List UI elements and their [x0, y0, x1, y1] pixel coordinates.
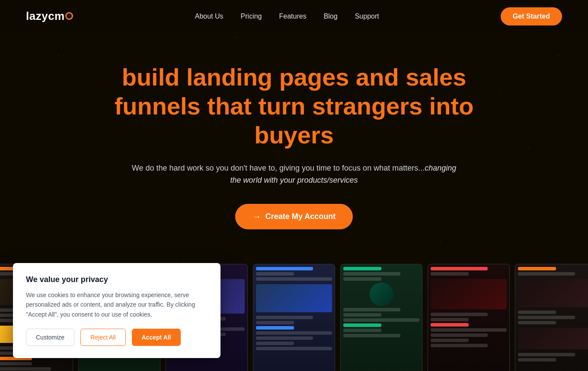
logo-text: lazycm: [26, 10, 65, 23]
gallery-item: [253, 264, 335, 371]
arrow-icon: →: [252, 212, 261, 222]
customize-button[interactable]: Customize: [26, 329, 74, 346]
nav-support[interactable]: Support: [355, 13, 379, 20]
nav-features[interactable]: Features: [279, 13, 306, 20]
nav-pricing[interactable]: Pricing: [241, 13, 262, 20]
navbar: lazycm About Us Pricing Features Blog Su…: [0, 0, 588, 32]
cookie-banner: We value your privacy We use cookies to …: [13, 263, 220, 358]
hero-title: build landing pages and sales funnels th…: [99, 63, 489, 150]
cookie-text: We use cookies to enhance your browsing …: [26, 290, 208, 319]
hero-subtitle: We do the hard work so you don't have to…: [130, 162, 458, 187]
logo-icon: [65, 12, 73, 20]
hero-section: build landing pages and sales funnels th…: [0, 32, 588, 251]
gallery-item: [428, 264, 510, 371]
nav-about[interactable]: About Us: [195, 13, 224, 20]
reject-all-button[interactable]: Reject All: [80, 329, 125, 346]
create-account-button[interactable]: → Create My Account: [235, 204, 353, 229]
nav-links: About Us Pricing Features Blog Support: [195, 13, 379, 20]
gallery-item: [515, 264, 588, 371]
get-started-button[interactable]: Get Started: [501, 7, 562, 25]
cta-label: Create My Account: [265, 212, 336, 221]
accept-all-button[interactable]: Accept All: [132, 329, 181, 346]
cookie-title: We value your privacy: [26, 275, 208, 284]
gallery-item: [340, 264, 422, 371]
nav-blog[interactable]: Blog: [324, 13, 338, 20]
cookie-buttons: Customize Reject All Accept All: [26, 329, 208, 346]
logo[interactable]: lazycm: [26, 10, 74, 23]
